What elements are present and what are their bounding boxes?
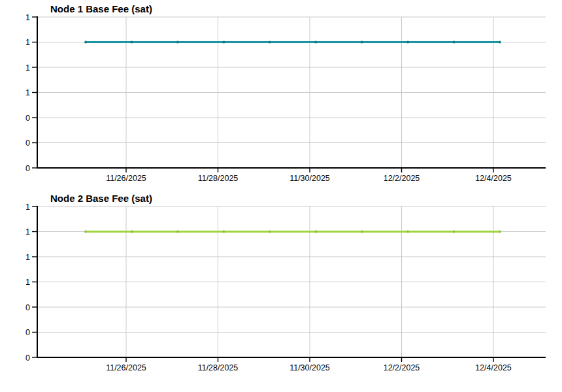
data-point-marker	[176, 231, 178, 233]
data-point-marker	[453, 231, 455, 233]
node2-chart-plot-area: 111100011/26/202511/28/202511/30/202512/…	[0, 189, 562, 379]
x-tick-label: 12/4/2025	[475, 174, 512, 183]
data-point-marker	[269, 231, 271, 233]
x-tick-label: 11/30/2025	[289, 363, 330, 372]
data-point-marker	[223, 231, 225, 233]
y-tick-label: 1	[25, 278, 30, 287]
node1-base-fee-chart: Node 1 Base Fee (sat) 111100011/26/20251…	[0, 0, 562, 189]
y-tick-label: 1	[25, 203, 30, 212]
y-tick-label: 0	[25, 139, 30, 148]
gridlines	[37, 17, 546, 168]
y-tick-label: 1	[25, 227, 30, 237]
x-tick-label: 11/28/2025	[198, 363, 239, 372]
node1-chart-plot-area: 111100011/26/202511/28/202511/30/202512/…	[0, 0, 562, 189]
node2-base-fee-chart: Node 2 Base Fee (sat) 111100011/26/20251…	[0, 189, 562, 379]
data-point-marker	[361, 41, 363, 44]
y-tick-label: 1	[25, 13, 30, 22]
x-tick-label: 12/2/2025	[384, 363, 420, 372]
y-axis-tick-labels: 1111000	[25, 203, 30, 363]
data-point-marker	[407, 231, 409, 233]
x-tick-label: 11/26/2025	[106, 174, 146, 183]
data-point-marker	[499, 231, 501, 233]
data-point-marker	[269, 41, 271, 44]
y-tick-label: 0	[25, 303, 30, 312]
series-line	[85, 41, 501, 44]
y-tick-label: 1	[25, 253, 30, 262]
data-point-marker	[315, 41, 317, 44]
y-tick-label: 1	[25, 38, 30, 47]
y-tick-label: 1	[25, 88, 30, 97]
y-tick-label: 0	[25, 328, 30, 337]
data-point-marker	[131, 231, 133, 233]
data-point-marker	[85, 231, 87, 233]
data-point-marker	[407, 41, 409, 44]
y-axis-tick-labels: 1111000	[25, 13, 30, 173]
series-line	[85, 231, 501, 233]
chart-dashboard: Node 1 Base Fee (sat) 111100011/26/20251…	[0, 0, 562, 392]
y-tick-label: 0	[25, 114, 30, 123]
data-point-marker	[223, 41, 225, 44]
data-point-marker	[453, 41, 455, 44]
data-point-marker	[85, 41, 87, 44]
x-tick-label: 12/4/2025	[475, 363, 512, 372]
x-axis-tick-labels: 11/26/202511/28/202511/30/202512/2/20251…	[106, 363, 512, 372]
data-point-marker	[361, 231, 363, 233]
data-point-marker	[315, 231, 317, 233]
y-tick-label: 1	[25, 63, 30, 73]
gridlines	[37, 206, 546, 357]
y-tick-label: 0	[25, 353, 30, 363]
data-point-marker	[176, 41, 178, 44]
y-tick-label: 0	[25, 164, 30, 173]
x-axis-tick-labels: 11/26/202511/28/202511/30/202512/2/20251…	[106, 174, 512, 183]
x-tick-label: 11/30/2025	[289, 174, 330, 183]
x-tick-label: 11/26/2025	[106, 363, 146, 372]
data-point-marker	[131, 41, 133, 44]
tick-marks	[32, 17, 493, 172]
x-tick-label: 11/28/2025	[198, 174, 239, 183]
data-point-marker	[499, 41, 501, 44]
x-tick-label: 12/2/2025	[384, 174, 420, 183]
tick-marks	[32, 206, 493, 362]
